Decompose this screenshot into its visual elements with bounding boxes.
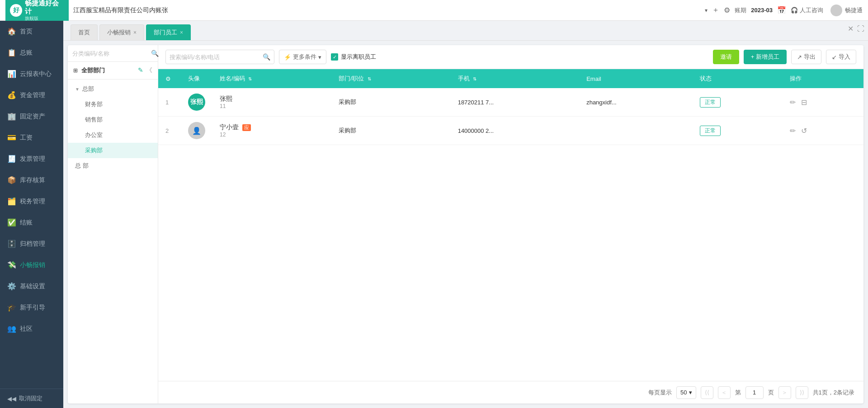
sidebar-item-ledger[interactable]: 📋 总账 — [0, 42, 63, 63]
edit-icon[interactable]: ✏ — [790, 98, 796, 107]
settings-icon[interactable]: ⚙ — [724, 6, 730, 14]
row-num: 1 — [158, 88, 181, 117]
sidebar-item-reports[interactable]: 📊 云报表中心 — [0, 63, 63, 84]
table-header: ⚙ 头像 姓名/编码 ⇅ 部门/职位 ⇅ 手机 ⇅ Email 状态 操作 — [158, 69, 863, 88]
add-employee-btn[interactable]: + 新增员工 — [744, 50, 787, 64]
pagination: 每页显示 50 ▾ ⟨⟨ ＜ 第 页 ＞ ⟩⟩ 共1页，2条记录 — [158, 381, 863, 403]
show-inactive-label: 显示离职员工 — [341, 53, 376, 61]
sidebar-label-community: 社区 — [20, 325, 33, 333]
employee-search-icon[interactable]: 🔍 — [263, 53, 270, 61]
sidebar-item-assets[interactable]: 🏢 固定资产 — [0, 106, 63, 127]
import-label: 导入 — [839, 53, 850, 61]
dept-node-office[interactable]: 办公室 — [68, 127, 158, 143]
sidebar-item-community[interactable]: 👥 社区 — [0, 318, 63, 339]
dept-all-header[interactable]: ⊞ 全部部门 ✎ 《 — [68, 62, 158, 80]
invite-btn[interactable]: 邀请 — [713, 50, 739, 64]
refresh-icon[interactable]: ↺ — [801, 127, 807, 135]
tax-icon: 🗂️ — [7, 197, 16, 206]
close-window-icon[interactable]: ✕ — [848, 24, 854, 33]
prev-page-btn[interactable]: ＜ — [718, 386, 731, 399]
sidebar-item-tax[interactable]: 🗂️ 税务管理 — [0, 191, 63, 212]
sidebar-label-inventory: 库存核算 — [20, 176, 45, 184]
expense-icon: 💸 — [7, 261, 16, 269]
employee-code: 11 — [220, 103, 324, 109]
tab-employee[interactable]: 部门员工 × — [146, 24, 191, 40]
sidebar-item-invoice[interactable]: 🧾 发票管理 — [0, 148, 63, 169]
dept-search-icon[interactable]: 🔍 — [151, 50, 159, 57]
company-dropdown-icon[interactable]: ▾ — [705, 7, 708, 14]
tab-expense[interactable]: 小畅报销 × — [99, 24, 144, 40]
sidebar-item-inventory[interactable]: 📦 库存核算 — [0, 169, 63, 191]
last-page-btn[interactable]: ⟩⟩ — [796, 386, 808, 399]
sidebar-item-archive[interactable]: 🗄️ 归档管理 — [0, 233, 63, 254]
status-badge: 正常 — [700, 97, 721, 108]
dept-node-sales[interactable]: 销售部 — [68, 112, 158, 127]
sidebar-item-guide[interactable]: 🎓 新手引导 — [0, 297, 63, 318]
export-btn[interactable]: ↗ 导出 — [791, 50, 821, 64]
tab-employee-label: 部门员工 — [154, 28, 177, 37]
tab-home-label: 首页 — [78, 28, 90, 37]
sidebar-item-home[interactable]: 🏠 首页 — [0, 21, 63, 42]
dept-panel: 🔍 ⊞ 全部部门 ✎ 《 ▼ 总部 — [68, 45, 158, 403]
sidebar-item-funds[interactable]: 💰 资金管理 — [0, 84, 63, 106]
next-page-btn[interactable]: ＞ — [778, 386, 791, 399]
dept-node-purchasing[interactable]: 采购部 — [68, 143, 158, 158]
col-phone[interactable]: 手机 ⇅ — [451, 69, 580, 88]
sidebar-item-expense[interactable]: 💸 小畅报销 — [0, 254, 63, 276]
dept-node-finance[interactable]: 财务部 — [68, 97, 158, 112]
row-num: 2 — [158, 117, 181, 145]
header-right: 🎧 人工咨询 畅捷通 — [791, 5, 863, 16]
tab-home[interactable]: 首页 — [71, 24, 98, 40]
sidebar-label-archive: 归档管理 — [20, 240, 45, 248]
customer-service-btn[interactable]: 🎧 人工咨询 — [791, 6, 823, 14]
employee-name: 张熙 — [220, 95, 324, 103]
disable-icon[interactable]: ⊟ — [801, 98, 807, 107]
employee-search-input[interactable] — [170, 54, 260, 61]
dept-node-general[interactable]: 总 部 — [68, 158, 158, 174]
sidebar-label-invoice: 发票管理 — [20, 155, 45, 163]
add-account-icon[interactable]: ＋ — [712, 5, 719, 15]
sidebar-label-assets: 固定资产 — [20, 113, 45, 121]
calendar-icon[interactable]: 📅 — [777, 6, 786, 14]
tab-employee-close[interactable]: × — [180, 29, 183, 36]
col-name[interactable]: 姓名/编码 ⇅ — [212, 69, 331, 88]
sidebar-label-expense: 小畅报销 — [20, 261, 45, 269]
guide-icon: 🎓 — [7, 303, 16, 312]
dept-edit-icon[interactable]: ✎ — [138, 66, 143, 75]
sidebar-item-basic[interactable]: ⚙️ 基础设置 — [0, 276, 63, 297]
dept-collapse-icon[interactable]: 《 — [146, 66, 152, 75]
row-dept: 采购部 — [331, 88, 450, 117]
invoice-icon: 🧾 — [7, 155, 16, 163]
basic-icon: ⚙️ — [7, 282, 16, 291]
row-avatar: 👤 — [181, 117, 212, 145]
page-size-select[interactable]: 50 ▾ — [676, 386, 696, 399]
employee-search-box[interactable]: 🔍 — [165, 50, 274, 64]
sidebar-item-payroll[interactable]: 💳 工资 — [0, 127, 63, 148]
employee-code: 12 — [220, 131, 324, 138]
show-inactive-checkbox[interactable]: ✓ — [331, 53, 338, 61]
dept-search-input[interactable] — [72, 50, 148, 57]
first-page-btn[interactable]: ⟨⟨ — [701, 386, 713, 399]
page-content: 🔍 ⊞ 全部部门 ✎ 《 ▼ 总部 — [68, 45, 863, 403]
col-dept[interactable]: 部门/职位 ⇅ — [331, 69, 450, 88]
action-icons: ✏ ↺ — [790, 127, 856, 135]
sidebar-collapse-btn[interactable]: ◀◀ 取消固定 — [0, 389, 63, 408]
page-input[interactable] — [745, 386, 764, 399]
sidebar-item-close[interactable]: ✅ 结账 — [0, 212, 63, 233]
community-icon: 👥 — [7, 324, 16, 333]
user-area[interactable]: 畅捷通 — [830, 5, 863, 16]
col-settings[interactable]: ⚙ — [158, 69, 181, 88]
tab-expense-label: 小畅报销 — [107, 28, 131, 37]
maximize-icon[interactable]: ⛶ — [857, 25, 864, 33]
import-btn[interactable]: ↙ 导入 — [826, 50, 856, 64]
edit-icon[interactable]: ✏ — [790, 127, 796, 135]
action-icons: ✏ ⊟ — [790, 98, 856, 107]
filter-chevron-icon: ▾ — [318, 54, 321, 61]
app-name: 畅捷通好会计 — [25, 0, 64, 15]
filter-btn[interactable]: ⚡ 更多条件 ▾ — [279, 50, 326, 64]
tab-expense-close[interactable]: × — [133, 29, 137, 36]
dept-node-headquarters[interactable]: ▼ 总部 — [68, 81, 158, 97]
show-inactive-toggle[interactable]: ✓ 显示离职员工 — [331, 53, 376, 61]
assets-icon: 🏢 — [7, 112, 16, 121]
page-total: 共1页，2条记录 — [813, 389, 854, 397]
